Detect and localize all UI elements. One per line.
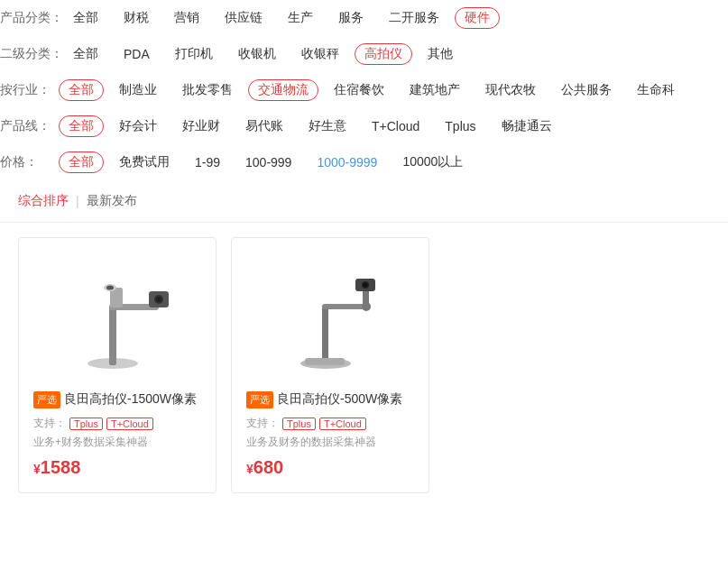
sort-bar: 综合排序 | 最新发布	[0, 180, 728, 223]
cat-服务[interactable]: 服务	[328, 7, 373, 29]
line-Tplus[interactable]: Tplus	[435, 116, 485, 136]
price-1000-9999[interactable]: 1000-9999	[307, 152, 387, 172]
line-好生意[interactable]: 好生意	[299, 115, 356, 137]
ind-全部[interactable]: 全部	[59, 79, 104, 101]
sub-其他[interactable]: 其他	[418, 43, 463, 65]
tag-tcloud-1: T+Cloud	[106, 418, 153, 430]
price-1-99[interactable]: 1-99	[185, 152, 230, 172]
sub-全部[interactable]: 全部	[63, 43, 108, 65]
ind-公共服务[interactable]: 公共服务	[551, 79, 622, 101]
product-image-1	[33, 252, 201, 379]
cat-硬件[interactable]: 硬件	[455, 7, 500, 29]
price-10000以上[interactable]: 10000以上	[392, 151, 473, 173]
product-card-2[interactable]: 严选良田高拍仪-500W像素 支持： Tplus T+Cloud 业务及财务的数…	[231, 237, 429, 493]
line-全部[interactable]: 全部	[59, 115, 104, 137]
svg-rect-1	[109, 307, 116, 365]
price-100-999[interactable]: 100-999	[235, 152, 301, 172]
sort-comprehensive[interactable]: 综合排序	[18, 189, 69, 213]
product-price-2: ¥680	[246, 457, 414, 478]
support-label-1: 支持：	[33, 416, 66, 431]
price-label: 价格：	[0, 154, 59, 170]
price-免费试用[interactable]: 免费试用	[109, 151, 180, 173]
svg-point-8	[106, 286, 114, 290]
product-card-1[interactable]: 严选良田高拍仪-1500W像素 支持： Tplus T+Cloud 业务+财务数…	[18, 237, 217, 493]
svg-rect-11	[322, 304, 367, 309]
line-好业财[interactable]: 好业财	[172, 115, 230, 137]
product-category-label: 产品分类：	[0, 10, 63, 26]
sub-高拍仪[interactable]: 高拍仪	[355, 43, 412, 65]
tag-tcloud-2: T+Cloud	[319, 418, 366, 430]
sub-收银秤[interactable]: 收银秤	[291, 43, 349, 65]
sub-收银机[interactable]: 收银机	[228, 43, 286, 65]
tag-tplus-1: Tplus	[69, 418, 103, 430]
product-price-1: ¥1588	[33, 457, 201, 478]
sub-打印机[interactable]: 打印机	[165, 43, 223, 65]
sub-PDA[interactable]: PDA	[114, 44, 160, 64]
sort-latest[interactable]: 最新发布	[87, 189, 137, 213]
cat-全部[interactable]: 全部	[63, 7, 108, 29]
price-symbol-1: ¥	[33, 462, 41, 476]
industry-row: 按行业： 全部 制造业 批发零售 交通物流 住宿餐饮 建筑地产 现代农牧 公共服…	[0, 72, 728, 108]
product-image-2	[246, 252, 414, 379]
product-svg-2	[276, 257, 384, 374]
product-desc-2: 业务及财务的数据采集神器	[246, 435, 414, 450]
ind-生命科[interactable]: 生命科	[627, 79, 685, 101]
industry-items: 全部 制造业 批发零售 交通物流 住宿餐饮 建筑地产 现代农牧 公共服务 生命科	[59, 79, 685, 101]
svg-point-5	[156, 297, 161, 302]
product-badge-2: 严选	[246, 391, 273, 408]
filter-section: 产品分类： 全部 财税 营销 供应链 生产 服务 二开服务 硬件 二级分类： 全…	[0, 0, 728, 180]
support-label-2: 支持：	[246, 416, 279, 431]
sub-category-label: 二级分类：	[0, 46, 63, 62]
cat-营销[interactable]: 营销	[164, 7, 209, 29]
price-全部[interactable]: 全部	[59, 151, 104, 173]
product-support-2: 支持： Tplus T+Cloud	[246, 416, 414, 431]
svg-rect-17	[305, 358, 345, 365]
price-items: 全部 免费试用 1-99 100-999 1000-9999 10000以上	[59, 151, 473, 173]
product-desc-1: 业务+财务数据采集神器	[33, 435, 201, 450]
sub-category-items: 全部 PDA 打印机 收银机 收银秤 高拍仪 其他	[63, 43, 463, 65]
svg-point-16	[364, 283, 368, 288]
product-support-1: 支持： Tplus T+Cloud	[33, 416, 201, 431]
industry-label: 按行业：	[0, 82, 59, 98]
line-易代账[interactable]: 易代账	[235, 115, 293, 137]
product-line-row: 产品线： 全部 好会计 好业财 易代账 好生意 T+Cloud Tplus 畅捷…	[0, 108, 728, 144]
ind-制造业[interactable]: 制造业	[109, 79, 167, 101]
svg-rect-10	[322, 307, 328, 365]
product-line-label: 产品线：	[0, 118, 59, 134]
ind-建筑地产[interactable]: 建筑地产	[400, 79, 470, 101]
cat-二开服务[interactable]: 二开服务	[379, 7, 449, 29]
sort-divider: |	[76, 194, 79, 208]
sub-category-row: 二级分类： 全部 PDA 打印机 收银机 收银秤 高拍仪 其他	[0, 36, 728, 72]
products-grid: 严选良田高拍仪-1500W像素 支持： Tplus T+Cloud 业务+财务数…	[0, 223, 728, 508]
price-symbol-2: ¥	[246, 462, 253, 476]
tag-tplus-2: Tplus	[282, 418, 316, 430]
product-badge-1: 严选	[33, 391, 60, 408]
price-row: 价格： 全部 免费试用 1-99 100-999 1000-9999 10000…	[0, 144, 728, 180]
product-name-2: 严选良田高拍仪-500W像素	[246, 390, 414, 408]
product-name-1: 严选良田高拍仪-1500W像素	[33, 390, 201, 408]
product-category-row: 产品分类： 全部 财税 营销 供应链 生产 服务 二开服务 硬件	[0, 0, 728, 36]
product-category-items: 全部 财税 营销 供应链 生产 服务 二开服务 硬件	[63, 7, 500, 29]
product-svg-1	[63, 257, 171, 374]
ind-批发零售[interactable]: 批发零售	[172, 79, 243, 101]
cat-财税[interactable]: 财税	[114, 7, 159, 29]
ind-交通物流[interactable]: 交通物流	[248, 79, 318, 101]
line-畅捷通云[interactable]: 畅捷通云	[492, 115, 562, 137]
ind-住宿餐饮[interactable]: 住宿餐饮	[324, 79, 394, 101]
line-好会计[interactable]: 好会计	[109, 115, 167, 137]
line-T+Cloud[interactable]: T+Cloud	[362, 116, 429, 136]
product-line-items: 全部 好会计 好业财 易代账 好生意 T+Cloud Tplus 畅捷通云	[59, 115, 562, 137]
cat-生产[interactable]: 生产	[278, 7, 323, 29]
cat-供应链[interactable]: 供应链	[215, 7, 272, 29]
ind-现代农牧[interactable]: 现代农牧	[475, 79, 546, 101]
